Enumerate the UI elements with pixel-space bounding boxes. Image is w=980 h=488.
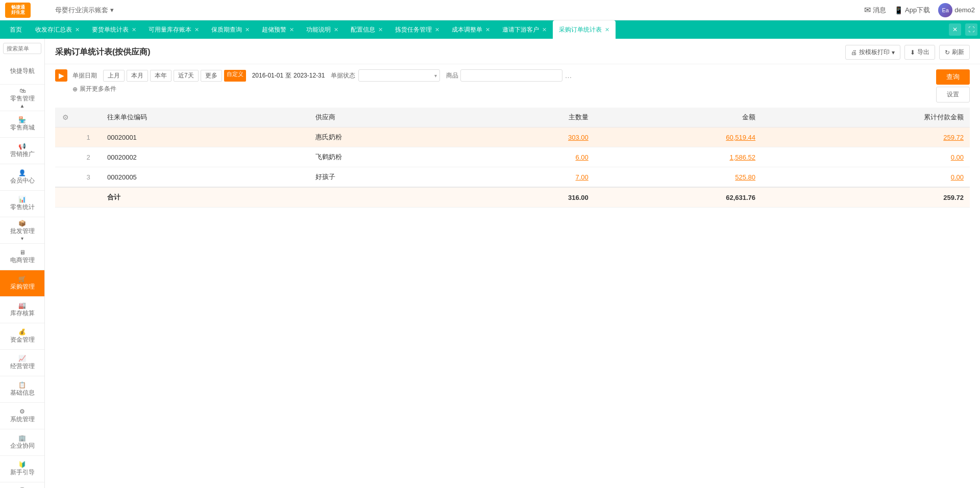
status-select[interactable] bbox=[358, 69, 440, 82]
expand-more-label: 展开更多条件 bbox=[80, 85, 116, 93]
nav-tab-expiry-close[interactable]: ✕ bbox=[245, 27, 250, 33]
sidebar-item-retail-shop-label: 零售商城 bbox=[10, 123, 35, 132]
nav-tab-purchase-summary[interactable]: 采购订单统计表 ✕ bbox=[553, 20, 616, 39]
row-3-qty-link[interactable]: 7.00 bbox=[575, 173, 588, 181]
sidebar-item-enterprise[interactable]: 🏢 企业协同 bbox=[0, 429, 44, 456]
sidebar-item-quick-nav[interactable]: 快捷导航 bbox=[0, 58, 44, 85]
row-2-amount-link[interactable]: 1,586.52 bbox=[729, 153, 755, 161]
table-row[interactable]: 2 00020002 飞鹤奶粉 6.00 1,586.52 0.00 bbox=[55, 147, 970, 167]
marketing-icon: 📢 bbox=[18, 143, 26, 150]
sidebar-item-retail[interactable]: 🛍 零售管理 ▲ bbox=[0, 85, 44, 111]
export-button[interactable]: ⬇ 导出 bbox=[904, 45, 935, 60]
sidebar-item-operations[interactable]: 📈 经营管理 bbox=[0, 350, 44, 376]
sidebar-item-marketing[interactable]: 📢 营销推广 bbox=[0, 138, 44, 164]
row-2-paid-link[interactable]: 0.00 bbox=[951, 153, 964, 161]
nav-tab-cost-adjust-close[interactable]: ✕ bbox=[485, 27, 490, 33]
page-title: 采购订单统计表(按供应商) bbox=[55, 47, 151, 58]
print-button[interactable]: 🖨 按模板打印 ▾ bbox=[845, 45, 900, 60]
row-2-qty-link[interactable]: 6.00 bbox=[575, 153, 588, 161]
nav-maximize-btn[interactable]: ⛶ bbox=[965, 23, 977, 36]
row-3-paid-link[interactable]: 0.00 bbox=[951, 173, 964, 181]
goods-input[interactable] bbox=[460, 69, 562, 82]
sidebar-item-inventory-label: 库存核算 bbox=[10, 309, 35, 318]
table-row[interactable]: 1 00020001 惠氏奶粉 303.00 60,519.44 259.72 bbox=[55, 127, 970, 147]
enterprise-icon: 🏢 bbox=[18, 434, 26, 442]
sidebar-item-retail-shop[interactable]: 🏪 零售商城 bbox=[0, 111, 44, 138]
sidebar-item-retail-label: 零售管理 bbox=[10, 94, 35, 103]
nav-tab-picking-task[interactable]: 拣货任务管理 ✕ bbox=[389, 20, 446, 39]
nav-tab-invite-downstream-close[interactable]: ✕ bbox=[542, 27, 547, 33]
sidebar-item-purchase[interactable]: 🛒 采购管理 bbox=[0, 270, 44, 297]
row-3-amount-link[interactable]: 525.80 bbox=[735, 173, 755, 181]
date-btn-last-month[interactable]: 上月 bbox=[103, 70, 125, 82]
inventory-icon: 🏭 bbox=[18, 302, 26, 309]
row-2-paid: 0.00 bbox=[762, 147, 970, 167]
nav-tab-invite-downstream[interactable]: 邀请下游客户 ✕ bbox=[496, 20, 553, 39]
date-btn-this-month[interactable]: 本月 bbox=[127, 70, 148, 82]
sidebar-search-input[interactable] bbox=[3, 43, 41, 54]
date-btn-more[interactable]: 更多 bbox=[201, 70, 222, 82]
goods-more-icon[interactable]: … bbox=[565, 71, 572, 80]
table-row[interactable]: 3 00020005 好孩子 7.00 525.80 0.00 bbox=[55, 167, 970, 188]
nav-tab-collection[interactable]: 收发存汇总表 ✕ bbox=[29, 20, 86, 39]
app-download-btn[interactable]: 📱 App下载 bbox=[894, 6, 930, 15]
nav-tab-home-label: 首页 bbox=[10, 25, 22, 34]
sidebar-item-new-guide[interactable]: 🔰 新手引导 bbox=[0, 456, 44, 482]
filter-settings-button[interactable]: 设置 bbox=[936, 87, 970, 102]
sidebar-item-sys-mgmt[interactable]: ⚙ 系统管理 bbox=[0, 403, 44, 429]
nav-tab-function-desc-close[interactable]: ✕ bbox=[334, 27, 338, 33]
nav-tab-overstock-close[interactable]: ✕ bbox=[289, 27, 294, 33]
message-btn[interactable]: ✉ 消息 bbox=[864, 5, 886, 15]
col-header-settings[interactable]: ⚙ bbox=[55, 108, 76, 127]
export-label: 导出 bbox=[917, 48, 929, 57]
nav-tab-config-info[interactable]: 配置信息 ✕ bbox=[345, 20, 389, 39]
sidebar-item-retail-stat[interactable]: 📊 零售统计 bbox=[0, 191, 44, 217]
table-body: 1 00020001 惠氏奶粉 303.00 60,519.44 259.72 bbox=[55, 127, 970, 188]
sidebar-item-inventory[interactable]: 🏭 库存核算 bbox=[0, 297, 44, 323]
sidebar-item-ecommerce[interactable]: 🖥 电商管理 bbox=[0, 244, 44, 270]
nav-tab-collection-label: 收发存汇总表 bbox=[35, 25, 72, 34]
sidebar-item-basic-info[interactable]: 📋 基础信息 bbox=[0, 376, 44, 403]
refresh-label: 刷新 bbox=[952, 48, 964, 57]
user-profile[interactable]: Ea demo2 bbox=[938, 3, 975, 17]
nav-tab-purchase-summary-close[interactable]: ✕ bbox=[605, 27, 609, 33]
nav-tab-picking-task-close[interactable]: ✕ bbox=[435, 27, 439, 33]
finance-icon: 💰 bbox=[18, 328, 26, 336]
date-btn-this-year[interactable]: 本年 bbox=[150, 70, 172, 82]
custom-tag: 自定义 bbox=[224, 70, 246, 82]
sidebar-item-member[interactable]: 👤 会员中心 bbox=[0, 164, 44, 191]
expand-more-conditions[interactable]: ⊕ 展开更多条件 bbox=[72, 85, 931, 93]
sidebar-item-finance[interactable]: 💰 资金管理 bbox=[0, 323, 44, 350]
nav-tab-config-info-close[interactable]: ✕ bbox=[378, 27, 383, 33]
nav-tab-available-stock-close[interactable]: ✕ bbox=[194, 27, 199, 33]
retail-stat-icon: 📊 bbox=[18, 196, 26, 203]
row-1-qty-link[interactable]: 303.00 bbox=[568, 134, 589, 141]
sidebar: 快捷导航 🛍 零售管理 ▲ 🏪 零售商城 📢 营销推广 👤 会员中心 📊 零售统… bbox=[0, 39, 45, 488]
date-btn-last-7-days[interactable]: 近7天 bbox=[174, 70, 199, 82]
nav-tab-home[interactable]: 首页 bbox=[3, 20, 29, 39]
row-1-amount-link[interactable]: 60,519.44 bbox=[726, 134, 755, 141]
nav-tab-overstock[interactable]: 超储预警 ✕ bbox=[256, 20, 300, 39]
new-guide-icon: 🔰 bbox=[18, 461, 26, 468]
row-1-paid-link[interactable]: 259.72 bbox=[943, 134, 964, 141]
table-settings-icon[interactable]: ⚙ bbox=[62, 113, 69, 121]
filter-expand-btn[interactable]: ▶ bbox=[55, 69, 67, 82]
refresh-button[interactable]: ↻ 刷新 bbox=[939, 45, 970, 60]
nav-tab-requisition[interactable]: 要货单统计表 ✕ bbox=[86, 20, 142, 39]
nav-tab-function-desc[interactable]: 功能说明 ✕ bbox=[300, 20, 345, 39]
goods-filter: 商品 … bbox=[446, 69, 572, 82]
row-2-code: 00020002 bbox=[101, 147, 309, 167]
workspace-selector[interactable]: 母婴行业演示账套 ▾ bbox=[55, 6, 864, 15]
nav-tab-collection-close[interactable]: ✕ bbox=[75, 27, 80, 33]
search-button[interactable]: 查询 bbox=[936, 69, 970, 85]
nav-close-all-btn[interactable]: ✕ bbox=[949, 23, 961, 36]
filter-controls: 单据日期 上月 本月 本年 近7天 更多 自定义 2016-01-01 至 bbox=[72, 69, 931, 93]
date-filter-label: 单据日期 bbox=[72, 71, 97, 80]
sidebar-item-app-center[interactable]: 📱 应用中心 bbox=[0, 482, 44, 488]
nav-tab-cost-adjust[interactable]: 成本调整单 ✕ bbox=[446, 20, 496, 39]
nav-tab-requisition-close[interactable]: ✕ bbox=[132, 27, 136, 33]
nav-tab-available-stock[interactable]: 可用量库存账本 ✕ bbox=[142, 20, 205, 39]
nav-tab-expiry[interactable]: 保质期查询 ✕ bbox=[205, 20, 256, 39]
sidebar-item-wholesale[interactable]: 📦 批发管理 ▾ bbox=[0, 217, 44, 244]
app-download-label: App下载 bbox=[905, 6, 930, 15]
